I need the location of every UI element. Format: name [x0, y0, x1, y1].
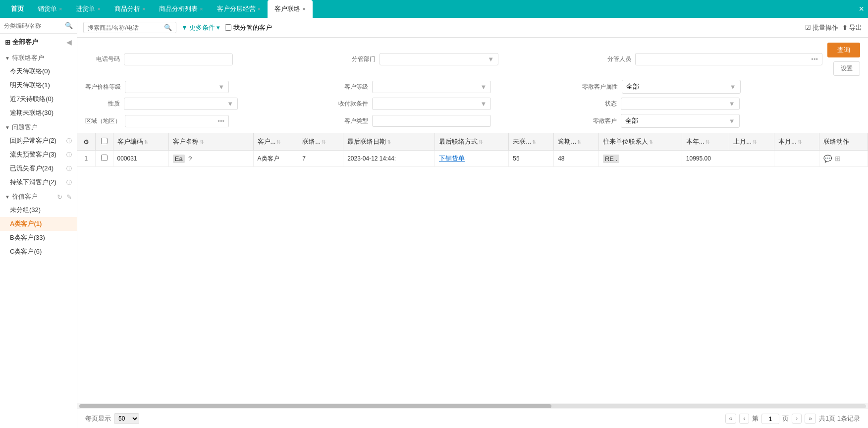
th-unit-contact[interactable]: 往来单位联系人 ⇅ — [598, 133, 682, 151]
nav-sales[interactable]: 销货单 × — [31, 0, 69, 18]
th-last-contact-date[interactable]: 最后联络日期 ⇅ — [343, 133, 435, 151]
sidebar-item-declining[interactable]: 持续下滑客户(2) ⓘ — [0, 175, 77, 189]
sort-icon-contact[interactable]: ⇅ — [322, 139, 326, 145]
qr-icon[interactable]: ⊞ — [835, 155, 841, 162]
select-all-checkbox[interactable] — [101, 138, 108, 144]
th-last-month[interactable]: 上月... ⇅ — [729, 133, 774, 151]
row-last-contact-method[interactable]: 下销货单 — [435, 151, 509, 167]
retail-customer-select[interactable]: 全部 ▼ — [621, 114, 740, 128]
contact-method-link[interactable]: 下销货单 — [439, 155, 465, 162]
th-customer-code[interactable]: 客户编码 ⇅ — [113, 133, 168, 151]
th-customer-type[interactable]: 客户... ⇅ — [253, 133, 298, 151]
sidebar-item-c-class[interactable]: C类客户(6) — [0, 245, 77, 259]
chat-icon[interactable]: 💬 — [823, 155, 832, 162]
nav-home[interactable]: 首页 — [4, 0, 31, 18]
my-customers-filter[interactable]: 我分管的客户 — [225, 23, 272, 32]
more-filters-btn[interactable]: ▼ 更多条件 ▾ — [181, 23, 220, 32]
sort-icon-unit[interactable]: ⇅ — [649, 139, 653, 145]
person-dots-icon[interactable]: ••• — [811, 55, 818, 63]
section-pending-contact[interactable]: ▼ 待联络客户 — [0, 51, 77, 64]
th-this-year[interactable]: 本年... ⇅ — [682, 133, 729, 151]
info-icon-2[interactable]: ⓘ — [66, 165, 72, 172]
section-problem-customers[interactable]: ▼ 问题客户 — [0, 120, 77, 134]
sidebar-item-churn-warning[interactable]: 流失预警客户(3) ⓘ — [0, 148, 77, 161]
nav-customer-seg-close[interactable]: × — [258, 6, 261, 12]
payment-select[interactable]: ▼ — [372, 98, 491, 110]
last-page-btn[interactable]: » — [805, 414, 816, 424]
prev-page-btn[interactable]: ‹ — [739, 414, 749, 424]
nav-analysis-close[interactable]: × — [142, 6, 145, 12]
sort-icon-type[interactable]: ⇅ — [276, 139, 280, 145]
collapse-sidebar-icon[interactable]: ◀ — [66, 38, 72, 46]
nav-customer-contact[interactable]: 客户联络 × — [268, 0, 312, 18]
main-search-box[interactable]: 🔍 — [83, 22, 176, 33]
sidebar-item-overdue-contact[interactable]: 逾期未联络(30) — [0, 106, 77, 120]
close-all-tabs[interactable]: × — [859, 0, 864, 18]
row-select-checkbox[interactable] — [101, 155, 108, 161]
info-icon-3[interactable]: ⓘ — [66, 179, 72, 186]
nav-purchase[interactable]: 进货单 × — [69, 0, 107, 18]
th-gear[interactable]: ⚙ — [77, 133, 95, 151]
th-last-contact-method[interactable]: 最后联络方式 ⇅ — [435, 133, 509, 151]
sidebar-item-a-class[interactable]: A类客户(1) — [0, 217, 77, 231]
customer-grade-select[interactable]: ▼ — [372, 81, 491, 93]
sidebar-item-b-class[interactable]: B类客户(33) — [0, 231, 77, 245]
next-page-btn[interactable]: › — [792, 414, 802, 424]
my-customers-checkbox[interactable] — [225, 24, 231, 31]
sort-icon-method[interactable]: ⇅ — [479, 139, 483, 145]
nav-analysis[interactable]: 商品分析 × — [108, 0, 152, 18]
price-grade-select[interactable]: ▼ — [125, 81, 229, 93]
sidebar-item-churned[interactable]: 已流失客户(24) ⓘ — [0, 161, 77, 175]
section-value-customers[interactable]: ▼ 价值客户 ↻ ✎ — [0, 189, 77, 203]
nav-sales-close[interactable]: × — [59, 6, 62, 12]
th-overdue[interactable]: 逾期... ⇅ — [554, 133, 599, 151]
edit-icon[interactable]: ✎ — [66, 193, 72, 201]
sidebar-search-icon[interactable]: 🔍 — [65, 22, 73, 29]
all-customers-header[interactable]: ⊞ 全部客户 ◀ — [0, 34, 77, 51]
sort-icon-no-contact[interactable]: ⇅ — [532, 139, 536, 145]
sort-icon-year[interactable]: ⇅ — [705, 139, 709, 145]
sidebar-search-box[interactable]: 🔍 — [0, 18, 77, 34]
sort-icon-this-month[interactable]: ⇅ — [798, 139, 802, 145]
sort-icon-name[interactable]: ⇅ — [200, 139, 204, 145]
first-page-btn[interactable]: « — [725, 414, 737, 424]
phone-input[interactable] — [124, 54, 233, 65]
region-dots-icon[interactable]: ••• — [217, 117, 224, 125]
sidebar-item-unclassified[interactable]: 未分组(32) — [0, 203, 77, 217]
th-customer-name[interactable]: 客户名称 ⇅ — [168, 133, 253, 151]
sidebar-item-week-contact[interactable]: 近7天待联络(0) — [0, 92, 77, 106]
nav-analysis-list[interactable]: 商品分析列表 × — [152, 0, 210, 18]
sort-icon-last-month[interactable]: ⇅ — [753, 139, 757, 145]
row-checkbox[interactable] — [95, 151, 113, 167]
page-number-input[interactable] — [761, 414, 779, 424]
retail-attr-select[interactable]: 全部 ▼ — [622, 80, 741, 94]
main-search-input[interactable] — [88, 24, 162, 31]
nav-purchase-close[interactable]: × — [97, 6, 100, 12]
th-checkbox[interactable] — [95, 133, 113, 151]
sort-icon-date[interactable]: ⇅ — [387, 139, 391, 145]
dept-select[interactable]: ▼ — [380, 53, 498, 65]
nature-select[interactable]: ▼ — [124, 98, 238, 110]
sidebar-item-today-contact[interactable]: 今天待联络(0) — [0, 64, 77, 78]
th-no-contact[interactable]: 未联... ⇅ — [509, 133, 554, 151]
page-size-select[interactable]: 10 20 50 100 — [114, 413, 139, 424]
sidebar-item-tomorrow-contact[interactable]: 明天待联络(1) — [0, 78, 77, 92]
sidebar-search-input[interactable] — [4, 22, 63, 29]
sort-icon-overdue[interactable]: ⇅ — [577, 139, 581, 145]
status-select[interactable]: ▼ — [621, 98, 740, 110]
scrollbar-track[interactable] — [79, 404, 866, 408]
th-contact[interactable]: 联络... ⇅ — [298, 133, 343, 151]
customer-type-input[interactable] — [372, 115, 491, 127]
settings-button[interactable]: 设置 — [833, 61, 860, 76]
horizontal-scrollbar[interactable] — [77, 403, 868, 409]
info-icon-1[interactable]: ⓘ — [66, 151, 72, 159]
nav-customer-contact-close[interactable]: × — [302, 6, 305, 12]
th-contact-action[interactable]: 联络动作 — [819, 133, 868, 151]
info-icon-0[interactable]: ⓘ — [66, 137, 72, 145]
nav-customer-seg[interactable]: 客户分层经营 × — [210, 0, 268, 18]
main-search-icon[interactable]: 🔍 — [164, 24, 172, 31]
export-btn[interactable]: ⬆ 导出 — [842, 23, 862, 32]
sort-icon-code[interactable]: ⇅ — [144, 139, 148, 145]
refresh-icon[interactable]: ↻ — [57, 193, 62, 201]
nav-analysis-list-close[interactable]: × — [200, 6, 203, 12]
